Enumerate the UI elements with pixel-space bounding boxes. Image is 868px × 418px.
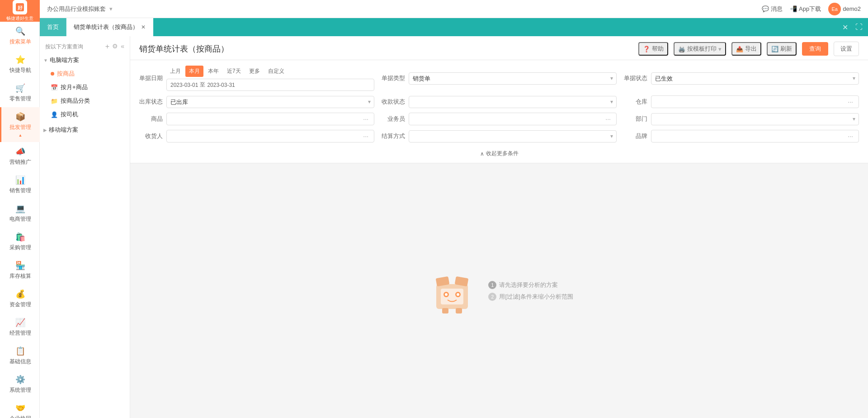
left-panel-header: 按以下方案查询 + ⚙ «	[40, 40, 130, 53]
mobile-section-header[interactable]: ▶ 移动端方案	[40, 123, 130, 137]
warehouse-dots-btn[interactable]: ···	[846, 98, 855, 105]
tab-home-label: 首页	[47, 23, 59, 31]
date-tab-7days[interactable]: 近7天	[223, 66, 245, 77]
pc-section-children: 按商品 📅 按月+商品 📁 按商品分类 👤 按司机	[40, 67, 130, 121]
salesperson-dots-btn[interactable]: ···	[604, 115, 613, 123]
page-actions: ❓ 帮助 🖨️ 按模板打印 ▾ 📤 导出 🔄 刷新	[638, 42, 859, 56]
breadcrumb-area: 办公用品行业模拟账套 ▾	[47, 5, 113, 13]
sidebar-item-label: 采购管理	[9, 244, 31, 252]
tree-item-label: 按月+商品	[61, 83, 88, 91]
sidebar-item-sys-mgmt[interactable]: ⚙️ 系统管理	[0, 370, 40, 399]
sidebar-item-retail[interactable]: 🛒 零售管理	[0, 79, 40, 107]
filter-warehouse-col: 仓库 ···	[624, 95, 859, 108]
payment-method-select-wrapper	[409, 130, 617, 142]
query-btn[interactable]: 查询	[802, 42, 828, 56]
tree-item-by-goods[interactable]: 按商品	[43, 67, 130, 81]
payment-method-select[interactable]	[409, 130, 617, 142]
sidebar-item-ecommerce[interactable]: 💻 电商管理	[0, 199, 40, 228]
receiver-dots-btn[interactable]: ···	[361, 133, 370, 140]
pc-section-arrow: ▼	[43, 58, 48, 63]
sidebar-item-basic-info[interactable]: 📋 基础信息	[0, 342, 40, 370]
app-download-btn[interactable]: 📲 App下载	[790, 5, 821, 13]
refresh-icon: 🔄	[771, 46, 778, 52]
download-icon: 📲	[790, 5, 797, 12]
date-tab-last-month[interactable]: 上月	[166, 66, 184, 77]
payment-status-select[interactable]	[409, 96, 617, 108]
status-select[interactable]: 已生效	[651, 72, 859, 85]
settings-btn[interactable]: 设置	[834, 42, 859, 56]
export-btn[interactable]: 📤 导出	[731, 42, 761, 56]
sidebar-item-label: 销售管理	[9, 187, 31, 195]
left-panel-icons: + ⚙ «	[105, 43, 124, 51]
tree-item-label: 按商品	[57, 70, 75, 78]
department-select[interactable]	[651, 113, 859, 125]
sidebar-item-enterprise[interactable]: 🤝 企业协同	[0, 399, 40, 418]
tree-item-by-month-goods[interactable]: 📅 按月+商品	[43, 81, 130, 94]
filter-row-3: 商品 ··· 业务员 ··· 部门	[139, 113, 859, 125]
pc-section-header[interactable]: ▼ 电脑端方案	[40, 53, 130, 67]
filter-receiver-col: 收货人 ···	[139, 130, 374, 142]
chart-icon: 📊	[15, 175, 25, 185]
receiver-label: 收货人	[139, 132, 166, 140]
date-tab-custom[interactable]: 自定义	[264, 66, 288, 77]
refresh-btn[interactable]: 🔄 刷新	[767, 42, 797, 56]
date-tab-more[interactable]: 更多	[245, 66, 264, 77]
warehouse-status-select[interactable]: 已出库	[166, 96, 374, 108]
tab-close-window-btn[interactable]: ✕	[840, 21, 850, 33]
brand-dots-btn[interactable]: ···	[846, 133, 855, 140]
tree-item-by-cashier[interactable]: 👤 按司机	[43, 108, 130, 121]
sidebar-item-marketing[interactable]: 📣 营销推广	[0, 142, 40, 171]
type-select[interactable]: 销货单	[409, 72, 617, 85]
empty-text-area: 1 请先选择要分析的方案 2 用[过滤]条件来缩小分析范围	[488, 281, 573, 301]
date-label: 单据日期	[139, 74, 166, 82]
svg-point-8	[445, 293, 448, 296]
collapse-panel-btn[interactable]: «	[121, 43, 124, 51]
box-icon: 📦	[15, 112, 25, 122]
payment-status-label: 收款状态	[382, 98, 409, 106]
clipboard-icon: 📋	[15, 346, 25, 356]
calendar-icon: 📅	[51, 84, 58, 91]
avatar: Ea	[828, 3, 841, 15]
help-btn[interactable]: ❓ 帮助	[638, 42, 668, 56]
add-scheme-btn[interactable]: +	[105, 43, 109, 51]
sidebar-item-label: 电商管理	[9, 215, 31, 223]
laptop-icon: 💻	[15, 204, 25, 214]
tab-close-icon[interactable]: ✕	[141, 24, 146, 30]
message-btn[interactable]: 💬 消息	[762, 5, 783, 13]
sidebar-item-search[interactable]: 🔍 搜索菜单	[0, 22, 40, 50]
tab-sales-stat[interactable]: 销货单统计表（按商品） ✕	[66, 18, 153, 36]
date-tab-this-year[interactable]: 本年	[204, 66, 222, 77]
date-tab-this-month[interactable]: 本月	[185, 66, 203, 77]
search-icon: 🔍	[15, 26, 25, 36]
print-arrow-icon: ▾	[718, 46, 722, 52]
sidebar: 好 畅捷通好生意 🔍 搜索菜单 ⭐ 快捷导航 🛒 零售管理 📦 批发管理 ▲ 📣…	[0, 0, 40, 418]
step2-text: 用[过滤]条件来缩小分析范围	[499, 293, 573, 301]
collapse-bar[interactable]: ∧ 收起更多条件	[139, 147, 859, 157]
tab-maximize-btn[interactable]: ⛶	[854, 21, 864, 33]
sidebar-logo[interactable]: 好 畅捷通好生意	[0, 0, 40, 22]
tree-item-by-category[interactable]: 📁 按商品分类	[43, 94, 130, 108]
step1-circle: 1	[488, 281, 496, 289]
page-header: 销货单统计表（按商品） ❓ 帮助 🖨️ 按模板打印 ▾ 📤 导出	[130, 36, 868, 60]
app-download-label: App下载	[799, 5, 821, 13]
sidebar-item-quick-nav[interactable]: ⭐ 快捷导航	[0, 50, 40, 79]
template-print-btn[interactable]: 🖨️ 按模板打印 ▾	[674, 42, 726, 56]
date-range[interactable]: 2023-03-01 至 2023-03-31	[166, 79, 374, 91]
content-wrapper: 按以下方案查询 + ⚙ « ▼ 电脑端方案 按商品 📅 按月+	[40, 36, 868, 418]
sidebar-item-operation[interactable]: 📈 经营管理	[0, 313, 40, 342]
sidebar-item-finance[interactable]: 💰 资金管理	[0, 285, 40, 313]
breadcrumb-dropdown-icon[interactable]: ▾	[109, 5, 113, 12]
sidebar-item-inventory[interactable]: 🏪 库存核算	[0, 256, 40, 285]
sidebar-item-label: 营销推广	[9, 158, 31, 166]
sidebar-item-wholesale[interactable]: 📦 批发管理 ▲	[0, 107, 40, 142]
status-label: 单据状态	[624, 74, 651, 82]
sidebar-item-sales-mgmt[interactable]: 📊 销售管理	[0, 171, 40, 199]
step2-circle: 2	[488, 293, 496, 301]
warehouse-label: 仓库	[624, 98, 651, 106]
goods-dots-btn[interactable]: ···	[361, 115, 370, 123]
svg-rect-10	[442, 308, 448, 314]
settings-scheme-btn[interactable]: ⚙	[112, 43, 118, 51]
tab-home[interactable]: 首页	[40, 18, 66, 36]
user-info[interactable]: Ea demo2	[828, 3, 861, 15]
sidebar-item-purchase[interactable]: 🛍️ 采购管理	[0, 228, 40, 256]
